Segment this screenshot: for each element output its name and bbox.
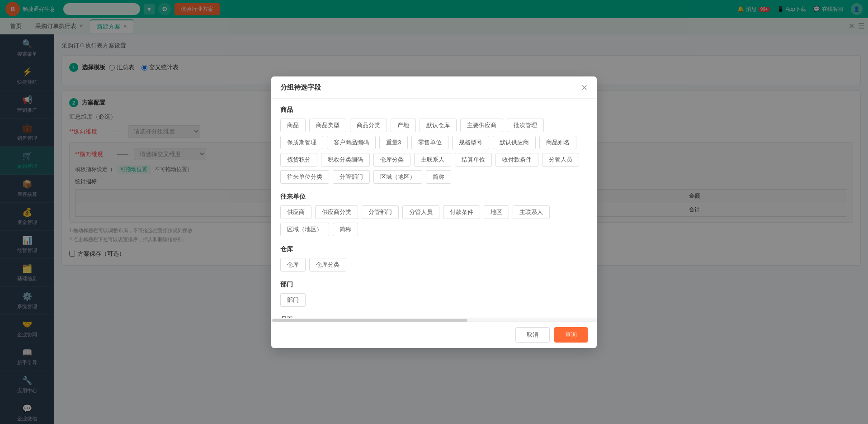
field-chip[interactable]: 拣货积分 — [280, 153, 317, 167]
modal-close-btn[interactable]: ✕ — [581, 83, 588, 93]
modal-title: 分组待选字段 — [280, 83, 321, 92]
field-chip[interactable]: 产地 — [391, 119, 416, 132]
field-chip[interactable]: 收付款条件 — [495, 153, 538, 167]
field-chips-partner: 供应商供应商分类分管部门分管人员付款条件地区主联系人区域（地区）简称 — [280, 205, 588, 236]
field-chip[interactable]: 供应商分类 — [315, 205, 358, 219]
field-chip[interactable]: 客户商品编码 — [327, 136, 376, 149]
field-chip[interactable]: 地区 — [484, 205, 509, 219]
field-chip[interactable]: 主要供应商 — [460, 119, 503, 132]
field-group-warehouse: 仓库 仓库仓库分类 — [280, 245, 588, 272]
field-group-dept-title: 部门 — [280, 281, 588, 289]
field-chip[interactable]: 分管部门 — [333, 170, 370, 184]
modal-overlay: 分组待选字段 ✕ 商品 商品商品类型商品分类产地默认仓库主要供应商批次管理保质期… — [0, 0, 868, 424]
modal-body: 商品 商品商品类型商品分类产地默认仓库主要供应商批次管理保质期管理客户商品编码重… — [271, 99, 597, 318]
field-chips-warehouse: 仓库仓库分类 — [280, 258, 588, 272]
field-chip[interactable]: 区域（地区） — [280, 223, 329, 236]
field-chip[interactable]: 商品 — [280, 119, 306, 132]
cancel-button[interactable]: 取消 — [515, 327, 550, 343]
field-chip[interactable]: 主联系人 — [513, 205, 550, 219]
field-chip[interactable]: 主联系人 — [414, 153, 451, 167]
field-chip[interactable]: 供应商 — [280, 205, 311, 219]
field-chip[interactable]: 商品分类 — [350, 119, 387, 132]
field-group-partner-title: 往来单位 — [280, 193, 588, 201]
field-chip[interactable]: 区域（地区） — [373, 170, 422, 184]
field-chip[interactable]: 部门 — [280, 293, 306, 307]
field-chip[interactable]: 零售单位 — [411, 136, 448, 149]
modal-hscroll-thumb — [272, 319, 467, 322]
field-chip[interactable]: 往来单位分类 — [280, 170, 329, 184]
field-chip[interactable]: 商品别名 — [539, 136, 576, 149]
field-chip[interactable]: 规格型号 — [452, 136, 489, 149]
field-group-partner: 往来单位 供应商供应商分类分管部门分管人员付款条件地区主联系人区域（地区）简称 — [280, 193, 588, 236]
field-chip[interactable]: 分管部门 — [362, 205, 399, 219]
field-chips-goods: 商品商品类型商品分类产地默认仓库主要供应商批次管理保质期管理客户商品编码重量3零… — [280, 119, 588, 184]
field-chips-dept: 部门 — [280, 293, 588, 307]
field-chip[interactable]: 仓库分类 — [309, 258, 346, 272]
modal-header: 分组待选字段 ✕ — [271, 76, 597, 99]
field-chip[interactable]: 税收分类编码 — [321, 153, 370, 167]
field-chip[interactable]: 仓库分类 — [373, 153, 410, 167]
field-chip[interactable]: 简称 — [426, 170, 451, 184]
field-group-warehouse-title: 仓库 — [280, 245, 588, 253]
field-chip[interactable]: 保质期管理 — [280, 136, 323, 149]
field-chip[interactable]: 付款条件 — [443, 205, 480, 219]
field-chip[interactable]: 商品类型 — [309, 119, 346, 132]
modal-footer: 取消 查询 — [271, 321, 597, 348]
field-group-goods: 商品 商品商品类型商品分类产地默认仓库主要供应商批次管理保质期管理客户商品编码重… — [280, 106, 588, 184]
field-group-goods-title: 商品 — [280, 106, 588, 114]
field-group-dept: 部门 部门 — [280, 281, 588, 307]
field-chip[interactable]: 默认供应商 — [493, 136, 536, 149]
field-chip[interactable]: 默认仓库 — [420, 119, 457, 132]
field-chip[interactable]: 仓库 — [280, 258, 306, 272]
field-chip[interactable]: 重量3 — [379, 136, 408, 149]
field-chip[interactable]: 分管人员 — [402, 205, 439, 219]
field-chip[interactable]: 简称 — [333, 223, 358, 236]
field-chip[interactable]: 结算单位 — [455, 153, 492, 167]
modal-hscroll — [271, 318, 597, 321]
field-chip[interactable]: 批次管理 — [507, 119, 544, 132]
confirm-button[interactable]: 查询 — [554, 327, 588, 343]
modal: 分组待选字段 ✕ 商品 商品商品类型商品分类产地默认仓库主要供应商批次管理保质期… — [271, 76, 597, 348]
field-chip[interactable]: 分管人员 — [542, 153, 579, 167]
